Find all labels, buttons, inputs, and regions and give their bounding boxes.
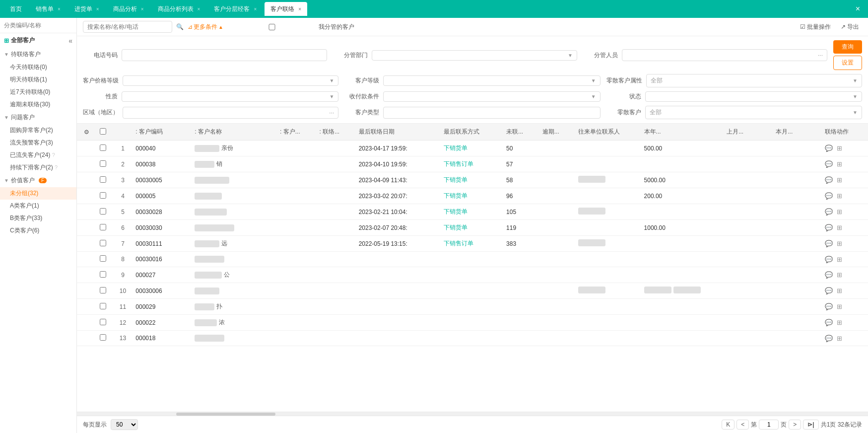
row-checkbox[interactable] (100, 334, 106, 341)
row-checkbox[interactable] (100, 160, 106, 167)
nature-select[interactable]: ▼ (122, 91, 338, 102)
phone-input[interactable] (122, 49, 327, 61)
sidebar-item-class-a[interactable]: A类客户(1) (0, 200, 76, 212)
th-un-contacted[interactable]: 未联... (503, 124, 539, 141)
row-checkbox[interactable] (100, 240, 106, 246)
batch-operation-button[interactable]: ☑ 批量操作 (797, 21, 834, 33)
grid-action-icon[interactable]: ⊞ (837, 224, 842, 231)
chat-icon[interactable]: 💬 (825, 176, 833, 184)
contact-method-link[interactable]: 下销货单 (444, 144, 467, 151)
row-checkbox[interactable] (100, 287, 106, 293)
grid-action-icon[interactable]: ⊞ (837, 208, 842, 216)
close-app-button[interactable]: × (852, 4, 864, 13)
sidebar-item-tomorrow-pending[interactable]: 明天待联络(1) (0, 73, 76, 86)
td-checkbox[interactable] (97, 267, 113, 283)
page-number-input[interactable] (759, 420, 779, 430)
prev-page-button[interactable]: < (736, 420, 749, 430)
td-checkbox[interactable] (97, 315, 113, 331)
my-customers-checkbox[interactable] (227, 24, 317, 30)
retail-customer-select[interactable]: 全部 ▼ (645, 106, 862, 119)
td-last-contact-method[interactable]: 下销货单 (441, 204, 503, 220)
my-customers-checkbox-wrap[interactable]: 我分管的客户 (227, 23, 354, 31)
row-checkbox[interactable] (100, 319, 106, 325)
th-this-year[interactable]: 本年... (641, 124, 724, 141)
grid-action-icon[interactable]: ⊞ (837, 335, 842, 342)
row-checkbox[interactable] (100, 176, 106, 183)
th-last-month[interactable]: 上月... (724, 124, 773, 141)
chat-icon[interactable]: 💬 (825, 319, 833, 326)
chat-icon[interactable]: 💬 (825, 271, 833, 279)
more-conditions-link[interactable]: ⊿ 更多条件 ▲ (188, 23, 223, 31)
tab-customer-segment[interactable]: 客户分层经客 × (208, 2, 263, 16)
close-tab-product-analysis-list[interactable]: × (198, 6, 200, 12)
manager-dots-input[interactable]: ··· (622, 49, 827, 61)
customer-grade-select[interactable]: ▼ (383, 75, 600, 86)
sidebar-collapse-button[interactable]: « (68, 37, 72, 45)
td-last-contact-method[interactable]: 下销货单 (441, 172, 503, 188)
all-customers-header[interactable]: ⊞ 全部客户 « (0, 33, 76, 48)
sidebar-item-churned[interactable]: 已流失客户(24) ? (0, 149, 76, 161)
row-checkbox[interactable] (100, 271, 106, 278)
chat-icon[interactable]: 💬 (825, 224, 833, 231)
row-checkbox[interactable] (100, 192, 106, 199)
grid-action-icon[interactable]: ⊞ (837, 160, 842, 168)
grid-action-icon[interactable]: ⊞ (837, 319, 842, 326)
td-checkbox[interactable] (97, 204, 113, 220)
customer-type-input[interactable] (383, 107, 600, 119)
close-tab-purchase[interactable]: × (96, 6, 99, 12)
contact-method-link[interactable]: 下销货单 (444, 224, 467, 231)
select-all-checkbox[interactable] (100, 128, 106, 135)
search-input[interactable] (83, 21, 172, 33)
close-tab-sales[interactable]: × (58, 6, 61, 12)
grid-action-icon[interactable]: ⊞ (837, 144, 842, 152)
sidebar-group-pending-contact[interactable]: ▼ 待联络客户 (0, 48, 76, 61)
grid-action-icon[interactable]: ⊞ (837, 256, 842, 263)
td-checkbox[interactable] (97, 188, 113, 204)
region-dots-input[interactable]: ··· (123, 107, 338, 119)
status-select[interactable]: ▼ (645, 91, 862, 102)
th-contact[interactable]: : 联络... (316, 124, 355, 141)
chat-icon[interactable]: 💬 (825, 192, 833, 200)
reset-button[interactable]: 设置 (833, 56, 862, 70)
sidebar-item-class-c[interactable]: C类客户(6) (0, 224, 76, 237)
last-page-button[interactable]: ⊳| (803, 420, 818, 430)
sidebar-group-problem-customers[interactable]: ▼ 问题客户 (0, 111, 76, 124)
chat-icon[interactable]: 💬 (825, 287, 833, 294)
close-tab-product-analysis[interactable]: × (141, 6, 144, 12)
th-overdue[interactable]: 逾期... (539, 124, 576, 141)
sidebar-item-ungrouped[interactable]: 未分组(32) (0, 187, 76, 200)
grid-action-icon[interactable]: ⊞ (837, 287, 842, 294)
th-last-contact-method[interactable]: 最后联系方式 (441, 124, 503, 141)
chat-icon[interactable]: 💬 (825, 335, 833, 342)
td-last-contact-method[interactable]: 下销货单 (441, 141, 503, 156)
row-checkbox[interactable] (100, 144, 106, 151)
td-checkbox[interactable] (97, 156, 113, 172)
th-last-contact-date[interactable]: 最后联络日期 (356, 124, 441, 141)
tab-customer-contact[interactable]: 客户联络 × (265, 2, 307, 16)
close-tab-customer-contact[interactable]: × (298, 6, 301, 12)
th-code[interactable]: : 客户编码 (133, 124, 192, 141)
price-grade-select[interactable]: ▼ (123, 75, 338, 86)
close-tab-customer-segment[interactable]: × (254, 6, 257, 12)
next-page-button[interactable]: > (789, 420, 801, 430)
chat-icon[interactable]: 💬 (825, 303, 833, 310)
grid-action-icon[interactable]: ⊞ (837, 176, 842, 184)
td-checkbox[interactable] (97, 331, 113, 346)
td-last-contact-method[interactable]: 下销售订单 (441, 156, 503, 172)
th-category[interactable]: : 客户... (277, 124, 316, 141)
td-checkbox[interactable] (97, 172, 113, 188)
tab-product-analysis-list[interactable]: 商品分析列表 × (152, 2, 206, 16)
sidebar-item-7days-pending[interactable]: 近7天待联络(0) (0, 86, 76, 98)
th-this-month[interactable]: 本月... (773, 124, 822, 141)
tab-purchase-order[interactable]: 进货单 × (68, 2, 105, 16)
search-icon-filter[interactable]: 🔍 (176, 23, 184, 30)
td-last-contact-method[interactable]: 下销货单 (441, 188, 503, 204)
td-checkbox[interactable] (97, 236, 113, 252)
payment-select[interactable]: ▼ (383, 91, 600, 102)
td-checkbox[interactable] (97, 220, 113, 236)
sidebar-item-today-pending[interactable]: 今天待联络(0) (0, 61, 76, 73)
contact-method-link[interactable]: 下销售订单 (444, 240, 473, 247)
grid-action-icon[interactable]: ⊞ (837, 303, 842, 310)
first-page-button[interactable]: K (722, 420, 734, 430)
tab-product-analysis[interactable]: 商品分析 × (107, 2, 150, 16)
